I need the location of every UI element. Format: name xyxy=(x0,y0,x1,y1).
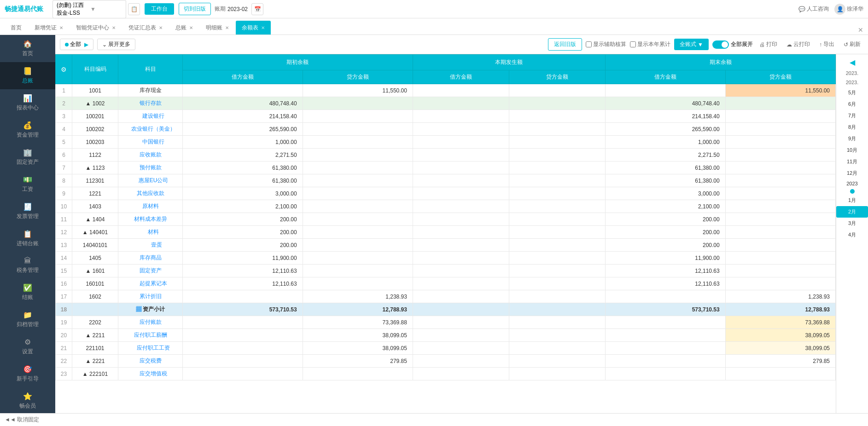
company-icon-btn[interactable]: 📋 xyxy=(128,3,140,15)
print-button[interactable]: 🖨 打印 xyxy=(757,39,780,50)
consult-btn[interactable]: 💬 人工咨询 xyxy=(798,5,829,13)
user-area[interactable]: 👤 徐泽华 xyxy=(834,4,863,15)
end-debit-cell: 200.00 xyxy=(606,239,726,252)
account-name[interactable]: 其他应收款 xyxy=(118,187,183,200)
account-name[interactable]: 应收账款 xyxy=(118,149,183,161)
begin-debit-cell: 2,100.00 xyxy=(183,200,303,213)
expand-toggle[interactable]: 全部展开 xyxy=(712,40,753,49)
toggle-switch-bg[interactable] xyxy=(712,40,729,49)
account-code: ▲ 1404 xyxy=(72,213,118,226)
account-name[interactable]: 壹蛋 xyxy=(118,239,183,252)
table-row: 192202应付账款73,369.8873,369.88 xyxy=(56,316,836,329)
right-panel-month-2-active[interactable]: 2月 xyxy=(836,206,868,218)
company-selector[interactable]: (勿删) 江西股金-LSS ▼ xyxy=(52,0,126,18)
sidebar-item-assets[interactable]: 🏢 固定资产 xyxy=(0,144,55,171)
account-name[interactable]: 应交税费 xyxy=(118,355,183,368)
tab-voucher-summary-close[interactable]: ✕ xyxy=(159,25,163,30)
sidebar-item-member[interactable]: ⭐ 畅会员 xyxy=(0,387,55,413)
tab-new-voucher[interactable]: 新增凭证 ✕ xyxy=(29,21,69,35)
account-name[interactable]: 中国银行 xyxy=(118,136,183,149)
cloud-print-icon: ☁ xyxy=(786,41,792,48)
calendar-icon[interactable]: 📅 xyxy=(251,3,263,15)
balance-table-container[interactable]: ⚙ 科目编码 科目 期初余额 本期发生额 期末余额 借方金额 贷方金额 借方金额 xyxy=(55,54,836,413)
checkbox-aux-input[interactable] xyxy=(586,41,592,47)
sidebar-item-settings[interactable]: ⚙ 设置 xyxy=(0,333,55,360)
row-number: 10 xyxy=(56,200,72,213)
account-name[interactable]: 建设银行 xyxy=(118,110,183,123)
account-name[interactable]: 累计折旧 xyxy=(118,290,183,303)
sidebar-item-capital[interactable]: 💰 资金管理 xyxy=(0,116,55,144)
tab-home[interactable]: 首页 xyxy=(5,21,28,35)
checkbox-year-input[interactable] xyxy=(630,41,636,47)
tab-balance[interactable]: 余额表 ✕ xyxy=(236,21,271,35)
sidebar-item-ledger[interactable]: 📒 总账 xyxy=(0,62,55,89)
th-current-period: 本期发生额 xyxy=(413,55,605,70)
right-panel-month-5[interactable]: 5月 xyxy=(836,87,868,98)
account-name[interactable]: 惠屋EU公司 xyxy=(118,174,183,187)
tab-detail-close[interactable]: ✕ xyxy=(225,25,229,30)
right-panel-month-8[interactable]: 8月 xyxy=(836,121,868,133)
company-dropdown-arrow: ▼ xyxy=(90,6,122,12)
right-panel-expand-arrow[interactable]: ◀ xyxy=(848,56,857,69)
sidebar-item-archive[interactable]: 📁 归档管理 xyxy=(0,306,55,333)
close-all-icon[interactable]: ✕ xyxy=(858,26,863,34)
export-button[interactable]: ↑ 导出 xyxy=(816,39,837,50)
account-name[interactable]: 原材料 xyxy=(118,200,183,213)
tab-smart-voucher[interactable]: 智能凭证中心 ✕ xyxy=(70,21,122,35)
guide-icon: 🎯 xyxy=(23,365,32,374)
refresh-button[interactable]: ↺ 刷新 xyxy=(841,39,863,50)
account-name[interactable]: 银行存款 xyxy=(118,97,183,110)
sidebar-item-purchase[interactable]: 📋 进销台账 xyxy=(0,225,55,252)
account-name[interactable]: 库存商品 xyxy=(118,252,183,265)
back-old-version-button[interactable]: 返回旧版 xyxy=(548,38,582,51)
sidebar-item-reports[interactable]: 📊 报表中心 xyxy=(0,89,55,116)
switch-version-button[interactable]: 切到旧版 xyxy=(179,3,211,15)
sidebar-item-tax[interactable]: 🏛 税务管理 xyxy=(0,252,55,279)
account-name[interactable]: 应付职工薪酬 xyxy=(118,329,183,342)
account-name[interactable]: 农业银行（美金） xyxy=(118,123,183,136)
expand-button[interactable]: ⌄ 展开更多 xyxy=(97,39,135,50)
sidebar-item-home[interactable]: 🏠 首页 xyxy=(0,35,55,62)
right-panel-month-7[interactable]: 7月 xyxy=(836,110,868,121)
right-panel-month-6[interactable]: 6月 xyxy=(836,98,868,110)
sidebar-item-closing[interactable]: ✅ 结账 xyxy=(0,279,55,306)
tab-ledger-close[interactable]: ✕ xyxy=(189,25,193,30)
account-name[interactable]: 预付账款 xyxy=(118,161,183,174)
tab-new-voucher-close[interactable]: ✕ xyxy=(59,25,63,30)
sidebar-item-salary[interactable]: 💵 工资 xyxy=(0,171,55,198)
tab-voucher-summary[interactable]: 凭证汇总表 ✕ xyxy=(122,21,169,35)
right-panel-month-4[interactable]: 4月 xyxy=(836,229,868,241)
th-gear[interactable]: ⚙ xyxy=(56,55,72,84)
account-name[interactable]: 起提累记本 xyxy=(118,277,183,290)
account-name[interactable]: 应付职工工资 xyxy=(118,342,183,355)
cloud-print-button[interactable]: ☁ 云打印 xyxy=(784,39,813,50)
tab-smart-voucher-close[interactable]: ✕ xyxy=(112,25,116,30)
cancel-fixed-label[interactable]: ◄◄ 取消固定 xyxy=(5,416,39,424)
filter-button[interactable]: 全部 ▶ xyxy=(60,39,93,50)
tab-balance-close[interactable]: ✕ xyxy=(261,25,265,30)
right-panel-month-12[interactable]: 12月 xyxy=(836,167,868,179)
checkbox-aux[interactable]: 显示辅助核算 xyxy=(586,40,626,48)
sidebar-item-invoice[interactable]: 🧾 发票管理 xyxy=(0,198,55,225)
tab-detail[interactable]: 明细账 ✕ xyxy=(200,21,235,35)
right-panel-month-9[interactable]: 9月 xyxy=(836,133,868,144)
workbench-button[interactable]: 工作台 xyxy=(145,3,174,15)
row-number: 22 xyxy=(56,355,72,368)
format-button[interactable]: 全账式 ▼ xyxy=(674,39,709,50)
tab-ledger[interactable]: 总账 ✕ xyxy=(169,21,199,35)
page-area: 全部 ▶ ⌄ 展开更多 返回旧版 显示辅助核算 显示本年累计 全账式 xyxy=(55,35,868,413)
cur-credit-cell xyxy=(509,290,605,303)
right-panel-dot xyxy=(850,189,855,194)
account-name[interactable]: 应交增值税 xyxy=(118,368,183,380)
account-name[interactable]: 固定资产 xyxy=(118,265,183,277)
account-name[interactable]: 应付账款 xyxy=(118,316,183,329)
account-name[interactable]: 材料成本差异 xyxy=(118,213,183,226)
account-name[interactable]: 材料 xyxy=(118,226,183,239)
sidebar-item-guide[interactable]: 🎯 新手引导 xyxy=(0,360,55,387)
right-panel-month-11[interactable]: 11月 xyxy=(836,156,868,167)
right-panel-month-3[interactable]: 3月 xyxy=(836,218,868,229)
th-begin-balance: 期初余额 xyxy=(183,55,413,70)
right-panel-month-10[interactable]: 10月 xyxy=(836,144,868,156)
right-panel-month-1[interactable]: 1月 xyxy=(836,195,868,206)
checkbox-year[interactable]: 显示本年累计 xyxy=(630,40,670,48)
